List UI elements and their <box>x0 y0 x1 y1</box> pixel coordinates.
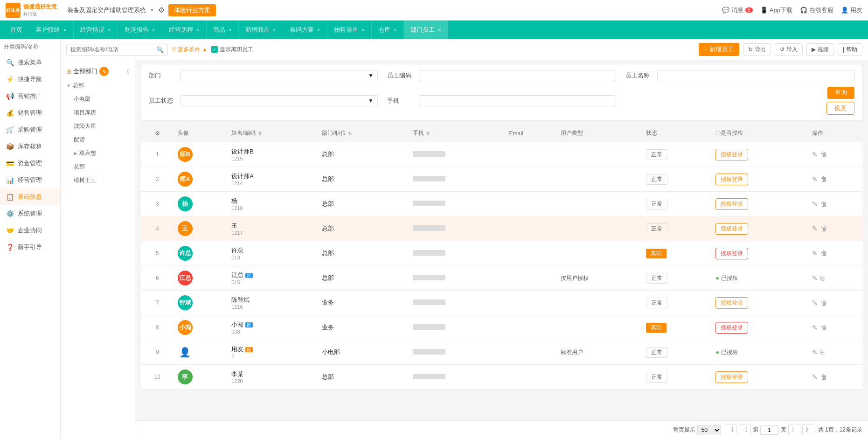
edit-icon[interactable]: ✎ <box>812 324 818 331</box>
auth-button[interactable]: 授权登录 <box>715 322 748 334</box>
tab-bom[interactable]: 物料清单 ✕ <box>327 21 372 39</box>
resigned-checkbox[interactable]: ✓ <box>211 46 218 53</box>
auth-button[interactable]: 授权登录 <box>715 174 748 185</box>
tab-department[interactable]: 部门员工 ✕ <box>404 21 448 39</box>
tab-profit[interactable]: 利润报告 ✕ <box>118 21 162 39</box>
last-page-button[interactable]: 》 <box>802 425 814 435</box>
tab-customer[interactable]: 客户联络 ✕ <box>29 21 74 39</box>
add-employee-button[interactable]: + 新增员工 <box>699 43 739 56</box>
delete-icon[interactable]: 🗑 <box>820 175 827 183</box>
sidebar-item-marketing[interactable]: 📢 营销推广 <box>0 88 60 105</box>
next-page-button[interactable]: 〉 <box>788 425 800 435</box>
tab-customer-close[interactable]: ✕ <box>63 28 67 33</box>
edit-icon[interactable]: ✎ <box>812 274 818 282</box>
dept-node-plant[interactable]: 植树王三 <box>61 174 135 187</box>
auth-button[interactable]: 授权登录 <box>715 149 748 160</box>
tab-warehouse[interactable]: 仓库 ✕ <box>372 21 404 39</box>
col-phone[interactable]: 手机 ⇅ <box>409 125 506 142</box>
sidebar-item-system[interactable]: ⚙️ 系统管理 <box>0 205 60 222</box>
dept-select[interactable]: ▼ <box>181 70 378 81</box>
tab-warehouse-close[interactable]: ✕ <box>393 28 397 33</box>
delete-icon[interactable]: 🗑 <box>820 324 827 331</box>
user-action[interactable]: 👤 用友 <box>841 6 862 14</box>
edit-icon[interactable]: ✎ <box>812 175 818 183</box>
col-dept[interactable]: 部门/职位 ⇅ <box>318 125 409 142</box>
auth-button[interactable]: 授权登录 <box>715 248 748 259</box>
prev-page-button[interactable]: 〈 <box>739 425 751 435</box>
copy-icon[interactable]: ⎘ <box>820 274 824 282</box>
tab-profit-close[interactable]: ✕ <box>152 28 155 33</box>
experience-button[interactable]: 体验行业方案 <box>168 4 216 16</box>
delete-icon[interactable]: 🗑 <box>820 250 827 257</box>
system-dropdown-arrow[interactable]: ▼ <box>150 7 154 13</box>
sidebar-item-finance[interactable]: 💳 资金管理 <box>0 155 60 172</box>
dept-node-hq2[interactable]: 总部 <box>61 160 135 174</box>
copy-icon[interactable]: ⎘ <box>820 348 824 356</box>
dept-node-electronics[interactable]: 小电部 <box>61 92 135 106</box>
delete-icon[interactable]: 🗑 <box>820 200 827 208</box>
export-button[interactable]: ↻ 导出 <box>743 43 771 56</box>
emp-name-input[interactable] <box>657 70 854 81</box>
dept-node-duanzuo[interactable]: ▶ 双座想 <box>61 146 135 160</box>
tab-goods-close[interactable]: ✕ <box>228 28 232 33</box>
col-name[interactable]: 姓名/编码 ⇅ <box>228 125 318 142</box>
tab-history-close[interactable]: ✕ <box>196 28 200 33</box>
page-number-input[interactable] <box>760 425 779 435</box>
tab-add-goods-close[interactable]: ✕ <box>272 28 276 33</box>
sidebar-item-purchase[interactable]: 🛒 采购管理 <box>0 121 60 138</box>
edit-icon[interactable]: ✎ <box>812 373 818 381</box>
import-button[interactable]: ↺ 导入 <box>775 43 803 56</box>
settings-button[interactable]: 设置 <box>826 102 854 115</box>
delete-icon[interactable]: 🗑 <box>820 299 827 307</box>
sidebar-item-inventory[interactable]: 📦 库存核算 <box>0 138 60 155</box>
sidebar-item-search[interactable]: 🔍 搜索菜单 <box>0 54 60 71</box>
auth-button[interactable]: 授权登录 <box>715 198 748 210</box>
tab-department-close[interactable]: ✕ <box>437 28 441 33</box>
tab-barcode-close[interactable]: ✕ <box>317 28 320 33</box>
edit-icon[interactable]: ✎ <box>812 299 818 307</box>
tab-add-goods[interactable]: 新增商品 ✕ <box>239 21 283 39</box>
auth-button[interactable]: 授权登录 <box>715 223 748 235</box>
dept-node-shenyang[interactable]: 沈阳大库 <box>61 119 135 133</box>
sidebar-item-basic[interactable]: 📋 基础信息 <box>0 188 60 205</box>
delete-icon[interactable]: 🗑 <box>820 151 827 158</box>
edit-icon[interactable]: ✎ <box>812 225 818 232</box>
employee-search-input[interactable] <box>70 46 154 53</box>
view-button[interactable]: ▶ 视频 <box>806 43 834 56</box>
search-button[interactable]: 查询 <box>827 87 854 99</box>
status-select[interactable]: ▼ <box>181 95 378 106</box>
edit-icon[interactable]: ✎ <box>812 250 818 257</box>
dept-node-project[interactable]: 项目库房 <box>61 106 135 119</box>
delete-icon[interactable]: 🗑 <box>820 373 827 381</box>
tab-goods[interactable]: 商品 ✕ <box>207 21 239 39</box>
search-icon[interactable]: 🔍 <box>156 46 164 53</box>
sidebar-item-sales[interactable]: 💰 销售管理 <box>0 105 60 121</box>
sidebar-search-input[interactable] <box>4 43 61 50</box>
tab-home[interactable]: 首页 <box>4 21 29 39</box>
edit-icon[interactable]: ✎ <box>812 348 818 356</box>
sidebar-item-quick[interactable]: ⚡ 快捷导航 <box>0 71 60 88</box>
dept-node-delivery[interactable]: 配货 <box>61 133 135 146</box>
auth-button[interactable]: 授权登录 <box>715 371 748 383</box>
sidebar-item-operation[interactable]: 📊 经营管理 <box>0 172 60 188</box>
show-resigned-toggle[interactable]: ✓ 显示离职员工 <box>211 46 253 54</box>
settings-icon[interactable]: ⚙ <box>158 6 165 14</box>
help-button[interactable]: | 帮助 <box>838 43 862 56</box>
page-size-select[interactable]: 50 100 200 <box>697 425 721 435</box>
edit-icon[interactable]: ✎ <box>812 200 818 208</box>
tab-management[interactable]: 经营情况 ✕ <box>74 21 118 39</box>
dept-collapse-button[interactable]: 《 <box>124 68 129 76</box>
edit-icon[interactable]: ✎ <box>812 151 818 158</box>
col-settings[interactable]: ⚙ <box>141 125 174 142</box>
tab-barcode[interactable]: 条码方案 ✕ <box>283 21 327 39</box>
tab-bom-close[interactable]: ✕ <box>361 28 365 33</box>
more-filter-btn[interactable]: ▽ 更多条件 ▲ <box>172 46 208 54</box>
emp-code-input[interactable] <box>419 70 616 81</box>
auth-button[interactable]: 授权登录 <box>715 297 748 309</box>
online-service-action[interactable]: 🎧 在线客服 <box>800 6 833 14</box>
dept-node-headquarters[interactable]: ▼ 总部 <box>61 79 135 92</box>
delete-icon[interactable]: 🗑 <box>820 225 827 232</box>
sidebar-item-collab[interactable]: 🤝 企业协同 <box>0 222 60 239</box>
tab-history[interactable]: 经营历程 ✕ <box>162 21 207 39</box>
sidebar-item-guide[interactable]: ❓ 新手引导 <box>0 239 60 256</box>
